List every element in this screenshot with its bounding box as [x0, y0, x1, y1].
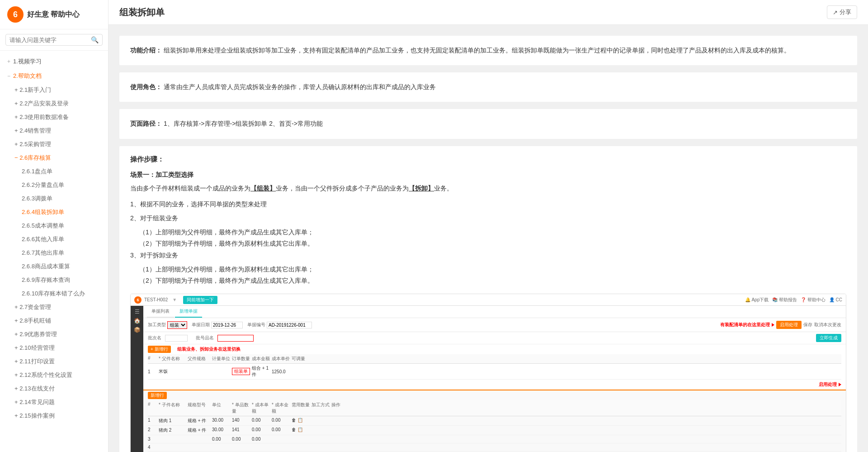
mock-upper-section: + 新增行 组装业务、拆卸业务在这里切换 # * 父件名称 父件规格	[143, 344, 846, 380]
search-icon[interactable]: 🔍	[91, 36, 99, 43]
mock-lrow2-unit: 30.00	[212, 427, 230, 433]
mock-add-row-btn2[interactable]: 新增行	[148, 392, 167, 399]
mock-row1-qty: 组装单	[232, 368, 250, 375]
mock-lrow3-actual: 0.00	[252, 437, 270, 442]
mock-tab-list[interactable]: 单据列表	[147, 306, 174, 318]
mock-date-label: 单据日期	[192, 322, 210, 328]
sidebar-item-costadj[interactable]: 2.6.5成本调整单	[0, 219, 108, 233]
sidebar-item-partial[interactable]: 2.6.2分量盘点单	[0, 178, 108, 192]
sidebar-item-docs[interactable]: − 2.帮助文档	[0, 69, 108, 83]
mock-process-row: 启用处理	[143, 380, 846, 390]
mock-worker-input[interactable]	[217, 335, 254, 342]
mock-col-actual: 成本金额	[252, 356, 270, 362]
screenshot-mock: 6 TEST-H002 ▼ 同前增加一下 🔔 App下载 📚 帮助报告 ❓ 帮助…	[131, 294, 846, 452]
sidebar-item-data[interactable]: + 2.3使用前数据准备	[0, 110, 108, 124]
sidebar-item-costcalc[interactable]: 2.6.8商品成本重算	[0, 260, 108, 273]
sidebar-item-assembly[interactable]: 2.6.4组装拆卸单	[0, 205, 108, 219]
mock-tab-new[interactable]: 新增单据	[175, 306, 202, 318]
sidebar-item-wrongacc[interactable]: 2.6.10库存账本错了么办	[0, 287, 108, 300]
sidebar-item-inventory[interactable]: − 2.6库存核算	[0, 151, 108, 165]
mock-col-name: * 父件名称	[159, 356, 186, 362]
share-icon: ↗	[833, 9, 838, 16]
sidebar-item-ledger[interactable]: 2.6.9库存账本查询	[0, 273, 108, 287]
mock-main: 单据列表 新增单据 加工类型 组装 拆卸	[143, 306, 846, 452]
mock-save-btn[interactable]: 保存	[803, 322, 812, 328]
sidebar-item-purchase[interactable]: + 2.5采购管理	[0, 138, 108, 151]
sidebar-item-mobile[interactable]: + 2.8手机旺铺	[0, 314, 108, 328]
mock-sidebar-icon3: 📦	[134, 327, 141, 333]
mock-lcol-name: * 子件名称	[159, 402, 186, 414]
share-label: 分享	[840, 8, 851, 16]
sidebar-item-cases[interactable]: + 2.15操作案例	[0, 409, 108, 423]
sidebar-item-sales[interactable]: + 2.4销售管理	[0, 124, 108, 138]
sidebar-item-stockin[interactable]: 2.6.6其他入库单	[0, 233, 108, 246]
sidebar-item-settings[interactable]: + 2.12系统个性化设置	[0, 368, 108, 382]
scenario1-title: 场景一：加工类型选择	[130, 171, 846, 179]
sidebar-item-label: 2.帮助文档	[13, 72, 42, 80]
mock-row1-name: 米饭	[159, 368, 186, 375]
sidebar-item-payment[interactable]: + 2.13在线支付	[0, 382, 108, 395]
sidebar-item-label: 1.视频学习	[13, 57, 42, 66]
mock-type-select[interactable]: 组装 拆卸	[167, 321, 187, 329]
mock-col-action	[311, 356, 841, 362]
path-label: 页面路径：	[130, 120, 162, 127]
mock-new-btn[interactable]: 同前增加一下	[183, 296, 217, 304]
mock-lrow2-no: 2	[148, 427, 157, 433]
sidebar-item-print[interactable]: + 2.11打印设置	[0, 355, 108, 368]
mock-lrow-3: 3 0.00 0.00 0.00	[148, 435, 841, 443]
mock-add-row-btn[interactable]: + 新增行	[148, 346, 171, 353]
search-area: 🔍	[0, 29, 108, 51]
search-box[interactable]: 🔍	[5, 34, 103, 46]
mock-cancel-btn[interactable]: 取消本次更改	[814, 322, 841, 328]
mock-qty-input[interactable]	[165, 335, 188, 342]
mock-confirm-btn[interactable]: 立即生成	[816, 334, 841, 342]
mock-worker-label: 批号品名	[196, 335, 214, 341]
share-button[interactable]: ↗ 分享	[827, 5, 857, 19]
func-intro-label: 功能介绍：	[130, 47, 162, 54]
sidebar-item-ops[interactable]: + 2.10经营管理	[0, 341, 108, 355]
role-text: 通常由生产人员或库管人员完成拆装业务的操作，库管人员确认原材料的出库和产成品的入…	[164, 83, 436, 90]
sidebar-item-adjust[interactable]: 2.6.3调拨单	[0, 192, 108, 205]
mock-date-field: 单据日期	[192, 322, 243, 328]
mock-lrow1-name: 猪肉 1	[159, 418, 186, 424]
mock-sidebar-icon2: 🏠	[134, 318, 141, 324]
sidebar-item-finance[interactable]: + 2.7资金管理	[0, 300, 108, 314]
mock-lrow1-actual: 0.00	[252, 418, 270, 424]
mock-lrow1-cost: 0.00	[272, 418, 290, 424]
mock-id-input[interactable]	[267, 322, 312, 328]
mock-id-label: 单据编号	[247, 322, 265, 328]
search-input[interactable]	[9, 37, 91, 43]
func-intro-text: 组装拆卸单用来处理企业组装或拆卸等加工业务，支持有固定装配清单的产品加工业务，也…	[164, 47, 790, 54]
mock-table-header: # * 父件名称 父件规格 计量单位 订单数量 成本金额 成本单价 可调量	[148, 354, 841, 364]
sidebar-item-stocktake[interactable]: 2.6.1盘点单	[0, 165, 108, 178]
annotation-biz-type: 组装业务、拆卸业务在这里切换	[177, 346, 241, 352]
sidebar-item-newcomer[interactable]: + 2.1新手入门	[0, 83, 108, 97]
mock-date-input[interactable]	[211, 322, 243, 328]
path-card: 页面路径： 1、库存核算->库存管理->组装拆卸单 2、首页->常用功能	[119, 109, 857, 138]
mock-qty-row: 批次名 批号品名 立即生成	[143, 332, 846, 344]
mock-lcol-op: 操作	[331, 402, 841, 414]
mock-lrow1-op: 🗑 📋	[292, 418, 310, 424]
sidebar-item-video[interactable]: + 1.视频学习	[0, 54, 108, 69]
sidebar-item-install[interactable]: + 2.2产品安装及登录	[0, 97, 108, 110]
ops-heading: 操作步骤：	[130, 155, 846, 164]
mock-col-spec: 父件规格	[188, 356, 210, 362]
step3-sub1: （1）上部明细为父件明细，最终作为原材料生成其它出库单；	[139, 264, 846, 275]
mock-lrow-2: 2 猪肉 2 规格 + 件 30.00 141 0.00 0.00 🗑 📋	[148, 426, 841, 435]
screenshot-container: 6 TEST-H002 ▼ 同前增加一下 🔔 App下载 📚 帮助报告 ❓ 帮助…	[130, 294, 846, 452]
mock-section-label-row: + 新增行 组装业务、拆卸业务在这里切换	[143, 344, 846, 354]
mock-annotation-right: 有装配清单的在这里处理 启用处理 保存 取消本次更改	[720, 321, 841, 329]
mock-sidebar: ☰ 🏠 📦	[131, 306, 143, 452]
mock-row-1: 1 米饭 组装单 组合 + 1件 1250.0	[148, 364, 841, 380]
sidebar-item-stockout[interactable]: 2.6.7其他出库单	[0, 246, 108, 260]
mock-lrow1-spec: 规格 + 件	[188, 418, 210, 424]
mock-lcol-actual: * 成本单额	[252, 402, 270, 414]
sidebar-item-faq[interactable]: + 2.14常见问题	[0, 395, 108, 409]
mock-process-btn[interactable]: 启用处理	[776, 321, 802, 329]
mock-lrow3-spec	[188, 437, 210, 442]
step3-sub2: （2）下部明细为子件明细，最终作为产成品生成其它入库单。	[139, 275, 846, 286]
mock-lrow2-op: 🗑 📋	[292, 427, 310, 433]
sidebar-item-coupon[interactable]: + 2.9优惠券管理	[0, 328, 108, 341]
func-intro-card: 功能介绍： 组装拆卸单用来处理企业组装或拆卸等加工业务，支持有固定装配清单的产品…	[119, 36, 857, 65]
step2-sub1: （1）上部明细为父件明细，最终作为产成品生成其它入库单；	[139, 227, 846, 238]
